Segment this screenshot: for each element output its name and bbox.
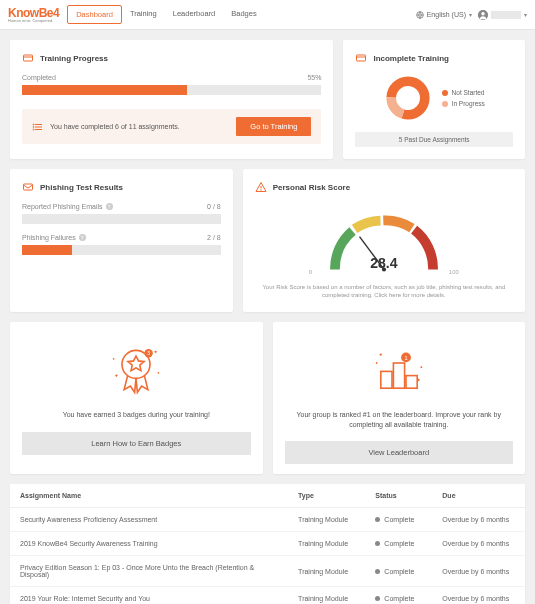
tab-training[interactable]: Training <box>122 5 165 24</box>
svg-point-23 <box>113 358 115 360</box>
rank-text: Your group is ranked #1 on the leaderboa… <box>285 410 514 430</box>
table-row[interactable]: 2019 Your Role: Internet Security and Yo… <box>10 587 525 604</box>
legend-in-progress: In Progress <box>452 100 485 107</box>
cell-due: Overdue by 6 months <box>432 532 525 556</box>
svg-point-24 <box>158 372 160 374</box>
table-row[interactable]: 2019 KnowBe4 Security Awareness Training… <box>10 532 525 556</box>
user-name-placeholder <box>491 11 521 19</box>
svg-rect-15 <box>24 184 33 190</box>
cell-name: Security Awareness Proficiency Assessmen… <box>10 508 288 532</box>
status-dot-icon <box>375 596 380 601</box>
tab-badges[interactable]: Badges <box>223 5 264 24</box>
risk-title: Personal Risk Score <box>273 183 350 192</box>
brand-logo[interactable]: KnowBe4 Human error. Conquered. <box>8 6 65 23</box>
svg-point-9 <box>33 126 34 127</box>
go-to-training-button[interactable]: Go to Training <box>236 117 311 136</box>
th-status[interactable]: Status <box>365 484 432 508</box>
main-content: Training Progress Completed 55% You have… <box>0 30 535 604</box>
status-dot-icon <box>375 569 380 574</box>
svg-rect-27 <box>406 375 417 388</box>
risk-score-card: Personal Risk Score 28.4 0 100 Your Risk… <box>243 169 525 312</box>
incomplete-training-card: Incomplete Training Not Started In Progr… <box>343 40 525 159</box>
cell-status: Complete <box>365 587 432 604</box>
badge-illustration: 3 <box>22 340 251 400</box>
svg-rect-11 <box>357 55 366 61</box>
language-label: English (US) <box>427 11 466 18</box>
chevron-down-icon: ▾ <box>524 11 527 18</box>
incomplete-training-title: Incomplete Training <box>373 54 449 63</box>
chevron-down-icon: ▾ <box>469 11 472 18</box>
warning-icon <box>255 181 267 193</box>
reported-bar <box>22 214 221 224</box>
failures-label: Phishing Failures <box>22 234 76 241</box>
assignments-table: Assignment Name Type Status Due Security… <box>10 484 525 604</box>
user-avatar-icon <box>478 10 488 20</box>
assignment-banner: You have completed 6 of 11 assignments. … <box>22 109 321 144</box>
progress-fill <box>22 85 187 95</box>
gauge-max: 100 <box>449 269 459 275</box>
help-icon[interactable]: ? <box>79 234 86 241</box>
incomplete-training-icon <box>355 52 367 64</box>
risk-description[interactable]: Your Risk Score is based on a number of … <box>255 283 513 300</box>
cell-type: Training Module <box>288 556 365 587</box>
phishing-title: Phishing Test Results <box>40 183 123 192</box>
progress-bar <box>22 85 321 95</box>
svg-point-31 <box>420 366 422 368</box>
svg-rect-3 <box>24 55 33 61</box>
progress-percent: 55% <box>307 74 321 81</box>
donut-legend: Not Started In Progress <box>442 89 485 107</box>
training-progress-icon <box>22 52 34 64</box>
nav-right: English (US) ▾ ▾ <box>416 10 527 20</box>
legend-dot-not-started <box>442 90 448 96</box>
status-dot-icon <box>375 517 380 522</box>
legend-not-started: Not Started <box>452 89 485 96</box>
nav-tabs: Dashboard Training Leaderboard Badges <box>67 5 265 24</box>
table-row[interactable]: Privacy Edition Season 1: Ep 03 - Once M… <box>10 556 525 587</box>
assignments-table-card: Assignment Name Type Status Due Security… <box>10 484 525 604</box>
past-due-button[interactable]: 5 Past Due Assignments <box>355 132 513 147</box>
svg-point-10 <box>33 129 34 130</box>
reported-value: 0 / 8 <box>207 203 221 210</box>
svg-text:3: 3 <box>147 351 150 356</box>
learn-badges-button[interactable]: Learn How to Earn Badges <box>22 432 251 455</box>
cell-status: Complete <box>365 508 432 532</box>
top-navbar: KnowBe4 Human error. Conquered. Dashboar… <box>0 0 535 30</box>
th-type[interactable]: Type <box>288 484 365 508</box>
cell-type: Training Module <box>288 508 365 532</box>
legend-dot-in-progress <box>442 101 448 107</box>
reported-label: Reported Phishing Emails <box>22 203 103 210</box>
leaderboard-rank-card: 1 Your group is ranked #1 on the leaderb… <box>273 322 526 475</box>
view-leaderboard-button[interactable]: View Leaderboard <box>285 441 514 464</box>
svg-point-30 <box>375 362 377 364</box>
tab-dashboard[interactable]: Dashboard <box>67 5 122 24</box>
language-selector[interactable]: English (US) ▾ <box>416 11 472 19</box>
cell-name: Privacy Edition Season 1: Ep 03 - Once M… <box>10 556 288 587</box>
badges-card: 3 You have earned 3 badges during your t… <box>10 322 263 475</box>
failures-bar <box>22 245 221 255</box>
cell-due: Overdue by 6 months <box>432 556 525 587</box>
svg-rect-26 <box>393 363 404 388</box>
th-due[interactable]: Due <box>432 484 525 508</box>
cell-due: Overdue by 6 months <box>432 587 525 604</box>
th-name[interactable]: Assignment Name <box>10 484 288 508</box>
rank-illustration: 1 <box>285 340 514 400</box>
svg-point-17 <box>260 190 261 191</box>
tab-leaderboard[interactable]: Leaderboard <box>165 5 224 24</box>
nav-left: KnowBe4 Human error. Conquered. Dashboar… <box>8 5 265 24</box>
failures-value: 2 / 8 <box>207 234 221 241</box>
cell-name: 2019 KnowBe4 Security Awareness Training <box>10 532 288 556</box>
cell-type: Training Module <box>288 587 365 604</box>
help-icon[interactable]: ? <box>106 203 113 210</box>
svg-point-8 <box>33 124 34 125</box>
cell-due: Overdue by 6 months <box>432 508 525 532</box>
cell-status: Complete <box>365 532 432 556</box>
table-row[interactable]: Security Awareness Proficiency Assessmen… <box>10 508 525 532</box>
svg-rect-25 <box>381 371 392 388</box>
cell-status: Complete <box>365 556 432 587</box>
phishing-results-card: Phishing Test Results Reported Phishing … <box>10 169 233 312</box>
training-progress-title: Training Progress <box>40 54 108 63</box>
list-icon <box>32 121 44 133</box>
svg-text:1: 1 <box>404 354 407 360</box>
envelope-icon <box>22 181 34 193</box>
user-menu[interactable]: ▾ <box>478 10 527 20</box>
